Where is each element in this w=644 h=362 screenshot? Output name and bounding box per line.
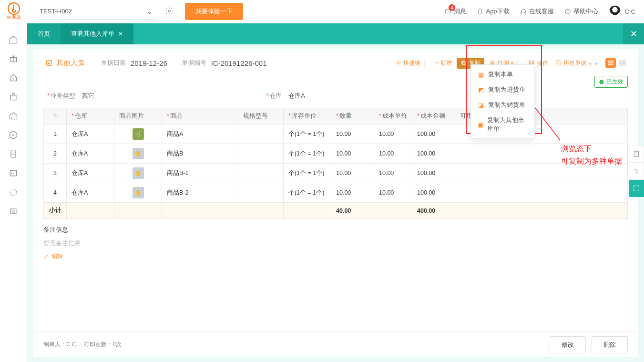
dd-copy-outbound[interactable]: ▣复制为其他出库单	[471, 113, 534, 136]
clipboard-icon	[9, 149, 18, 159]
inbound-icon	[45, 59, 53, 67]
sidebar-board[interactable]	[0, 164, 27, 183]
warehouse-value: 仓库A	[288, 92, 305, 100]
doc-value: IC-20191226-001	[211, 59, 267, 67]
sidebar-home[interactable]	[0, 30, 27, 49]
svg-point-36	[600, 80, 604, 84]
svg-text:新: 新	[12, 210, 15, 213]
table-row[interactable]: 2仓库A✋商品B个(1个 = 1个)10.0010.00100.00	[44, 144, 628, 164]
sidebar-gift[interactable]	[0, 49, 27, 68]
view-toggle	[605, 58, 628, 68]
doc-icon: ▤	[478, 71, 484, 78]
sidebar-stock[interactable]	[0, 68, 27, 87]
date-value: 2019-12-26	[131, 59, 167, 67]
company-name: TEST-H002	[40, 8, 72, 15]
link-icon	[633, 167, 640, 175]
svg-rect-23	[462, 61, 465, 64]
table-row[interactable]: 1仓库A🍴商品A个(1个 = 1个)10.0010.00100.00	[44, 124, 628, 144]
house-icon	[9, 73, 18, 83]
prev-arrow[interactable]: ◂	[586, 60, 593, 67]
sidebar-warehouse[interactable]	[0, 106, 27, 125]
svg-rect-25	[491, 61, 494, 62]
messages-link[interactable]: 4 消息	[445, 7, 466, 16]
history-button[interactable]: 历史单据	[555, 59, 586, 67]
subtotal-row: 小计40.00400.00	[44, 203, 628, 219]
app-download-link[interactable]: App下载	[477, 7, 509, 16]
logo-label: 标准版	[7, 14, 21, 21]
gear-small-icon	[395, 60, 401, 66]
history-icon	[555, 60, 562, 66]
next-arrow[interactable]: ▸	[593, 60, 601, 67]
document-card: 其他入库 单据日期 2019-12-26 单据编号 IC-20191226-00…	[33, 49, 638, 357]
items-table: *仓库 商品图片 *商品 规格型号 *库存单位 *数量 *成本单价 *成本金额 …	[43, 108, 628, 219]
th-gear[interactable]	[44, 108, 67, 124]
shortcut-button[interactable]: 快捷键	[395, 59, 420, 67]
svg-rect-22	[463, 62, 466, 65]
edit-notes-button[interactable]: 编辑	[43, 252, 628, 260]
product-thumb: 🍴	[133, 128, 144, 140]
svg-rect-28	[532, 61, 534, 62]
settings-button[interactable]	[165, 7, 174, 17]
svg-rect-27	[529, 61, 531, 62]
card-view-button[interactable]	[617, 58, 628, 68]
right-float-buttons	[629, 145, 644, 197]
outbound-icon: ▣	[478, 121, 483, 128]
gear-icon	[52, 112, 59, 119]
copy-dropdown: ▤复制本单 ◩复制为进货单 ◪复制为销货单 ▣复制为其他出库单	[470, 64, 535, 139]
th-qty: *数量	[331, 108, 374, 124]
cycle-icon	[9, 187, 18, 197]
headset-icon	[520, 8, 527, 15]
logo-icon	[8, 2, 20, 15]
help-link[interactable]: ? 帮助中心	[564, 7, 598, 16]
svg-point-12	[12, 78, 14, 79]
svg-rect-32	[620, 61, 622, 62]
sidebar-cycle[interactable]	[0, 183, 27, 202]
svg-point-1	[168, 10, 171, 12]
sidebar: ¥ 新	[0, 23, 27, 362]
customer-service-link[interactable]: 在线客服	[520, 7, 554, 16]
dd-copy-this[interactable]: ▤复制本单	[471, 67, 534, 82]
dd-copy-sales[interactable]: ◪复制为销货单	[471, 97, 534, 113]
warehouse-label: 仓库	[269, 92, 282, 99]
product-thumb: ✋	[133, 167, 144, 179]
svg-rect-33	[623, 61, 625, 62]
card-title-tab[interactable]: 其他入库	[43, 54, 87, 72]
logo[interactable]: 标准版	[0, 2, 27, 21]
notes-title: 备注信息	[43, 226, 628, 234]
svg-rect-7	[521, 12, 521, 13]
plus-icon: +	[435, 60, 439, 66]
float-note-button[interactable]	[629, 145, 644, 163]
delete-button[interactable]: 删除	[592, 336, 628, 353]
th-amount: *成本金额	[412, 108, 455, 124]
float-link-button[interactable]	[629, 163, 644, 180]
sidebar-bag[interactable]	[0, 87, 27, 106]
svg-rect-31	[556, 61, 560, 65]
list-view-button[interactable]	[605, 58, 616, 68]
try-button[interactable]: 我要体验一下	[185, 3, 243, 20]
grid-icon	[619, 60, 626, 66]
company-selector[interactable]: TEST-H002 ⌄	[38, 3, 154, 20]
table-row[interactable]: 3仓库A✋商品B-1个(1个 = 1个)10.0010.00100.00	[44, 164, 628, 183]
svg-rect-35	[623, 63, 625, 65]
bag-icon	[9, 92, 18, 102]
close-icon[interactable]: ✕	[118, 31, 123, 37]
notes-section: 备注信息 暂无备注信息 编辑	[33, 219, 638, 267]
dd-copy-purchase[interactable]: ◩复制为进货单	[471, 82, 534, 97]
avatar[interactable]	[609, 5, 621, 18]
modify-button[interactable]: 修改	[550, 336, 586, 353]
new-button[interactable]: + 新增	[435, 59, 452, 67]
sidebar-clipboard[interactable]	[0, 145, 27, 164]
close-all-tabs[interactable]: ✕	[623, 23, 644, 44]
th-price: *成本单价	[374, 108, 412, 124]
th-spec: 规格型号	[238, 108, 284, 124]
edit-icon	[43, 254, 49, 259]
sidebar-money[interactable]: ¥	[0, 125, 27, 145]
table-row[interactable]: 4仓库A✋商品B-2个(1个 = 1个)10.0010.00100.00	[44, 183, 628, 203]
svg-rect-34	[620, 63, 622, 65]
th-unit: *库存单位	[284, 108, 331, 124]
doc-label: 单据编号	[182, 59, 206, 67]
tab-home[interactable]: 首页	[27, 23, 61, 44]
sidebar-new[interactable]: 新	[0, 202, 27, 221]
float-expand-button[interactable]	[629, 180, 644, 197]
tab-view-inbound[interactable]: 查看其他入库单 ✕	[61, 23, 133, 44]
